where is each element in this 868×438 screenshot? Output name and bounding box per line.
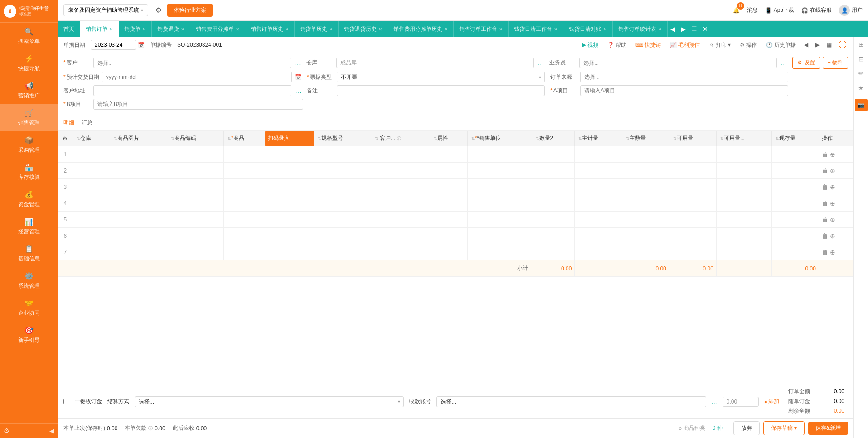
add-payment-btn[interactable]: ● 添加 <box>764 398 779 405</box>
row-warehouse[interactable] <box>73 212 110 228</box>
tab-prev-btn[interactable]: ◀ <box>668 21 678 37</box>
row-customer-code[interactable] <box>371 212 430 228</box>
right-panel-minus-icon[interactable]: ⊟ <box>858 55 864 63</box>
row-avail-qty[interactable] <box>669 244 716 260</box>
row-copy-icon[interactable]: ⊕ <box>830 200 835 207</box>
goods-count-value[interactable]: 0 种 <box>713 424 723 432</box>
one-click-checkbox[interactable] <box>63 399 69 404</box>
a-project-input[interactable] <box>580 85 788 96</box>
tab-close-icon[interactable]: ✕ <box>378 27 382 32</box>
row-code[interactable] <box>167 228 223 244</box>
row-warehouse[interactable] <box>73 228 110 244</box>
tab-sales-stat[interactable]: 销售订单统计表 ✕ <box>613 21 668 37</box>
row-qty2[interactable] <box>532 195 575 212</box>
right-panel-star-icon[interactable]: ★ <box>858 84 864 91</box>
tab-close-icon[interactable]: ✕ <box>142 27 146 32</box>
row-avail-qty[interactable] <box>669 163 716 179</box>
row-goods[interactable] <box>224 179 265 195</box>
tab-close-icon[interactable]: ✕ <box>285 27 289 32</box>
payment-method-select[interactable]: 选择... <box>135 396 404 407</box>
sidebar-item-sales[interactable]: 🛒 销售管理 <box>0 104 58 131</box>
row-avail-qty[interactable] <box>669 179 716 195</box>
row-main-unit[interactable] <box>575 179 622 195</box>
tab-sales-expense-hist[interactable]: 销售费用分摊单历史 ✕ <box>388 21 454 37</box>
row-sales-unit[interactable] <box>467 195 532 212</box>
row-code[interactable] <box>167 163 223 179</box>
row-main-qty[interactable] <box>622 146 669 163</box>
print-btn[interactable]: 🖨 打印 ▾ <box>706 40 733 50</box>
tab-close-icon[interactable]: ✕ <box>181 27 184 32</box>
row-goods[interactable] <box>224 146 265 163</box>
view-btn[interactable]: ▶ 视频 <box>579 40 601 50</box>
payment-amount-input[interactable] <box>723 397 759 407</box>
row-qty2[interactable] <box>532 212 575 228</box>
row-code[interactable] <box>167 179 223 195</box>
row-image[interactable] <box>110 228 167 244</box>
tab-close-icon[interactable]: ✕ <box>603 27 607 32</box>
tab-sales-order[interactable]: 销售订单 ✕ <box>80 21 119 37</box>
row-image[interactable] <box>110 163 167 179</box>
note-input[interactable] <box>337 85 545 96</box>
sidebar-item-inventory[interactable]: 🏪 库存核算 <box>0 159 58 186</box>
row-attr[interactable] <box>430 163 467 179</box>
fullscreen-icon[interactable]: ⛶ <box>837 41 848 49</box>
sub-tab-detail[interactable]: 明细 <box>63 116 74 130</box>
row-copy-icon[interactable]: ⊕ <box>830 151 835 158</box>
row-delete-icon[interactable]: 🗑 <box>822 216 828 223</box>
row-spec[interactable] <box>314 228 371 244</box>
sidebar-collapse-icon[interactable]: ◀ <box>49 427 54 434</box>
row-delete-icon[interactable]: 🗑 <box>822 249 828 256</box>
row-qty2[interactable] <box>532 163 575 179</box>
row-sales-unit[interactable] <box>467 244 532 260</box>
row-image[interactable] <box>110 244 167 260</box>
row-qty2[interactable] <box>532 244 575 260</box>
warehouse-more-icon[interactable]: … <box>538 59 544 67</box>
row-image[interactable] <box>110 179 167 195</box>
right-panel-edit-icon[interactable]: ✏ <box>858 70 864 77</box>
row-avail-qty[interactable] <box>669 195 716 212</box>
row-code[interactable] <box>167 212 223 228</box>
tab-cash-reconcile[interactable]: 钱货日清对账 ✕ <box>563 21 613 37</box>
save-draft-button[interactable]: 保存草稿 ▾ <box>763 421 805 435</box>
row-attr[interactable] <box>430 228 467 244</box>
add-goods-button[interactable]: + 物料 <box>823 57 848 69</box>
sub-tab-summary[interactable]: 汇总 <box>82 116 92 130</box>
tab-cash-daily[interactable]: 钱货日清工作台 ✕ <box>509 21 563 37</box>
row-avail-more[interactable] <box>716 195 771 212</box>
row-stock-qty[interactable] <box>771 228 819 244</box>
row-customer-code[interactable] <box>371 195 430 212</box>
row-attr[interactable] <box>430 212 467 228</box>
b-project-input[interactable] <box>93 99 303 110</box>
save-new-button[interactable]: 保存&新增 <box>808 422 848 435</box>
row-sales-unit[interactable] <box>467 212 532 228</box>
row-spec[interactable] <box>314 146 371 163</box>
row-customer-code[interactable] <box>371 163 430 179</box>
row-avail-more[interactable] <box>716 163 771 179</box>
row-warehouse[interactable] <box>73 146 110 163</box>
row-avail-more[interactable] <box>716 212 771 228</box>
row-spec[interactable] <box>314 212 371 228</box>
row-main-unit[interactable] <box>575 195 622 212</box>
message-item[interactable]: 🔔 8 消息 <box>733 6 758 14</box>
row-delete-icon[interactable]: 🗑 <box>822 183 828 191</box>
right-panel-camera-icon[interactable]: 📷 <box>855 99 868 111</box>
row-delete-icon[interactable]: 🗑 <box>822 167 828 174</box>
sidebar-settings-icon[interactable]: ⚙ <box>4 427 10 434</box>
row-delete-icon[interactable]: 🗑 <box>822 232 828 240</box>
row-customer-code[interactable] <box>371 146 430 163</box>
row-copy-icon[interactable]: ⊕ <box>830 232 835 240</box>
row-sales-unit[interactable] <box>467 228 532 244</box>
tab-close-icon[interactable]: ✕ <box>236 27 239 32</box>
row-qty2[interactable] <box>532 179 575 195</box>
row-spec[interactable] <box>314 195 371 212</box>
address-input[interactable] <box>93 85 291 96</box>
row-avail-qty[interactable] <box>669 146 716 163</box>
solution-button[interactable]: 体验行业方案 <box>167 4 213 17</box>
row-spec[interactable] <box>314 244 371 260</box>
app-download-item[interactable]: 📱 App下载 <box>765 6 794 14</box>
sidebar-item-operations[interactable]: 📊 经营管理 <box>0 213 58 240</box>
row-delete-icon[interactable]: 🗑 <box>822 200 828 207</box>
address-more-icon[interactable]: … <box>295 87 301 94</box>
calendar-icon[interactable]: 📅 <box>295 74 301 80</box>
row-main-qty[interactable] <box>622 244 669 260</box>
